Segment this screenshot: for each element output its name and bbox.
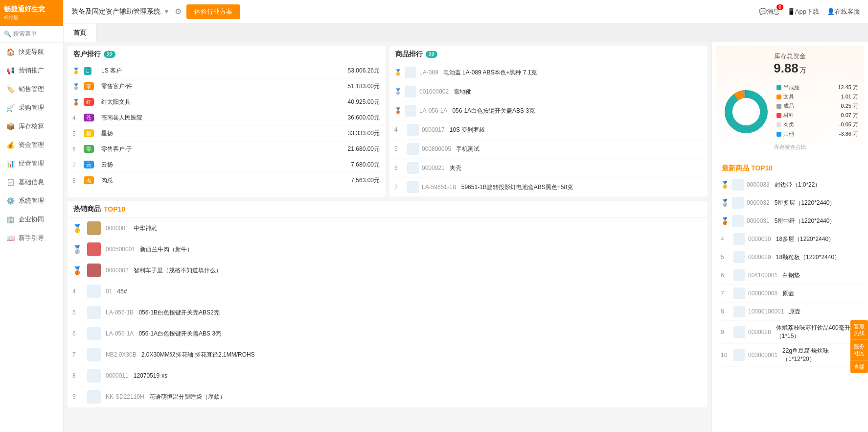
product-code: 0000002 bbox=[106, 267, 129, 274]
sidebar-item-finance[interactable]: 💰 资金管理 bbox=[0, 136, 63, 154]
product-name: 12070519-xs bbox=[134, 372, 703, 379]
settings-icon[interactable]: ⚙ bbox=[175, 7, 182, 16]
customer-ranking-row: 🥇 L LS 客户 53,006.26元 bbox=[68, 63, 386, 79]
sidebar-item-sales[interactable]: 🏷️ 销售管理 bbox=[0, 80, 63, 98]
online-service-label: 在线客服 bbox=[835, 7, 860, 16]
rank-num: 5 bbox=[721, 254, 731, 261]
customer-name: 星扬 bbox=[96, 126, 253, 142]
operations-icon: 📊 bbox=[6, 160, 15, 168]
medal-icon: 🥇 bbox=[721, 181, 729, 189]
logo-sub: 标准版 bbox=[4, 14, 19, 21]
customer-badge: 云 bbox=[84, 161, 94, 168]
finance-icon: 💰 bbox=[6, 141, 15, 149]
middle-col: 客户排行 22 🥇 L LS 客户 53,006.26元 🥈 零 零售客户·许 … bbox=[64, 42, 711, 432]
basic-info-icon: 📋 bbox=[6, 178, 15, 186]
sidebar-item-label: 营销推广 bbox=[19, 66, 44, 75]
float-service-community[interactable]: 服务社区 bbox=[850, 340, 868, 360]
medal-icon: 🥉 bbox=[721, 217, 729, 225]
legend-label: 肉类 bbox=[783, 121, 837, 128]
page-tabs: 首页 bbox=[64, 24, 868, 42]
legend-value: 0.25 万 bbox=[841, 102, 858, 110]
float-direct[interactable]: 直播 bbox=[850, 360, 868, 373]
customer-amount: 53,006.26元 bbox=[253, 63, 386, 79]
newest-product-row: 🥇 0000033 封边带（1.0*22） bbox=[716, 176, 864, 194]
product-code: LA-056-1B bbox=[106, 309, 134, 316]
product-ranking-row: 4 0000017 10S 变刹罗叔 bbox=[389, 120, 708, 140]
newest-product-row: 6 004100001 白钢垫 bbox=[716, 266, 864, 285]
product-thumb-placeholder bbox=[87, 390, 101, 404]
messages-badge: 6 bbox=[777, 4, 783, 10]
rank-num: 4 bbox=[721, 236, 731, 242]
sidebar-item-basic-info[interactable]: 📋 基础信息 bbox=[0, 173, 63, 192]
legend-list: 半成品 12.45 万 文具 1.01 万 成品 0.25 万 材料 0.07 … bbox=[777, 84, 858, 140]
sidebar-item-cooperation[interactable]: 🏢 企业协同 bbox=[0, 210, 63, 229]
rank-num: 6 bbox=[721, 272, 731, 279]
legend-label: 成品 bbox=[783, 102, 839, 110]
sidebar-item-operations[interactable]: 📊 经营管理 bbox=[0, 154, 63, 173]
cooperation-icon: 🏢 bbox=[6, 216, 15, 223]
product-thumb-placeholder bbox=[87, 327, 101, 340]
medal-icon: 🥈 bbox=[394, 88, 402, 95]
legend-label: 材料 bbox=[783, 112, 839, 119]
purchase-icon: 🛒 bbox=[6, 104, 15, 112]
newest-product-row: 8 10000100001 原壶 bbox=[716, 303, 864, 321]
rank-num: 5 bbox=[72, 309, 82, 316]
product-thumb-placeholder bbox=[87, 306, 101, 319]
hot-product-row: 🥈 000500001 新西兰牛肉（新牛） bbox=[68, 239, 708, 260]
product-name: 新西兰牛肉（新牛） bbox=[140, 245, 703, 254]
sidebar-nav: 🏠 快捷导航 📢 营销推广 🏷️ 销售管理 🛒 采购管理 📦 库存核算 💰 资金… bbox=[0, 43, 63, 432]
online-service-btn[interactable]: 👤 在线客服 bbox=[827, 7, 860, 16]
sidebar-item-marketing[interactable]: 📢 营销推广 bbox=[0, 61, 63, 80]
customer-amount: 33,333.00元 bbox=[253, 126, 386, 142]
customer-amount: 21,680.00元 bbox=[253, 142, 386, 157]
sidebar-item-system[interactable]: ⚙️ 系统管理 bbox=[0, 192, 63, 210]
phone-icon: 📱 bbox=[787, 8, 795, 15]
product-name: 2.0X30MM双搓花轴,搓花直径2.1MM/ROHS bbox=[141, 351, 703, 359]
newest-suffix: TOP10 bbox=[751, 164, 773, 172]
messages-btn[interactable]: 💬 消息 6 bbox=[759, 7, 779, 16]
product-code: 000800005 bbox=[422, 145, 451, 152]
dropdown-icon[interactable]: ▼ bbox=[163, 8, 170, 15]
rank-num: 7 bbox=[72, 162, 76, 168]
inventory-section: 库存总资金 9.88 万 bbox=[716, 46, 864, 155]
product-ranking-title: 商品排行 bbox=[395, 50, 423, 59]
app-download-btn[interactable]: 📱 App下载 bbox=[787, 7, 819, 16]
trial-btn[interactable]: 体验行业方案 bbox=[186, 4, 240, 19]
tab-home[interactable]: 首页 bbox=[64, 24, 96, 42]
product-name: 45# bbox=[117, 288, 703, 295]
product-code: 000800008 bbox=[748, 290, 777, 297]
hot-products-header: 热销商品 TOP10 bbox=[68, 201, 708, 218]
header-title-area: 装备及固定资产辅助管理系统 ▼ ⚙ 体验行业方案 bbox=[71, 4, 759, 19]
content-area: 客户排行 22 🥇 L LS 客户 53,006.26元 🥈 零 零售客户·许 … bbox=[64, 42, 868, 432]
sidebar-item-purchase[interactable]: 🛒 采购管理 bbox=[0, 98, 63, 117]
rank-num: 5 bbox=[394, 145, 404, 152]
product-code: LA-056-1A bbox=[419, 107, 447, 114]
search-menu-label: 搜索菜单 bbox=[13, 30, 37, 38]
customer-badge: 苍 bbox=[84, 114, 94, 121]
float-customer-service[interactable]: 客服热线 bbox=[850, 320, 868, 340]
product-name: 10S 变刹罗叔 bbox=[450, 126, 703, 134]
customer-badge: L bbox=[84, 67, 91, 75]
message-icon: 💬 bbox=[759, 8, 767, 15]
legend-color-dot bbox=[777, 95, 781, 99]
product-name: 中华神雕 bbox=[134, 224, 703, 233]
product-thumb bbox=[733, 326, 745, 338]
medal-icon: 🥉 bbox=[72, 266, 82, 275]
header-right: 💬 消息 6 📱 App下载 👤 在线客服 bbox=[759, 7, 860, 16]
product-code: 0000011 bbox=[106, 372, 129, 379]
search-menu-area[interactable]: 🔍 搜索菜单 bbox=[0, 26, 63, 43]
customer-ranking-badge: 22 bbox=[104, 51, 115, 58]
sidebar-item-label: 采购管理 bbox=[19, 103, 44, 112]
sidebar-item-guide[interactable]: 📖 新手引导 bbox=[0, 229, 63, 247]
customer-amount: 40,925.00元 bbox=[253, 95, 386, 110]
sidebar-item-quick-nav[interactable]: 🏠 快捷导航 bbox=[0, 43, 63, 61]
newest-product-row: 4 0000030 18多层（1220*2440） bbox=[716, 230, 864, 248]
logo-area: 畅捷通好生意 标准版 bbox=[0, 0, 63, 26]
medal-icon: 🥇 bbox=[394, 69, 402, 76]
customer-ranking-table: 🥇 L LS 客户 53,006.26元 🥈 零 零售客户·许 51,183.0… bbox=[68, 63, 386, 188]
product-code: 000500001 bbox=[106, 246, 135, 253]
customer-name: 零售客户·于 bbox=[96, 142, 253, 157]
sidebar-item-inventory[interactable]: 📦 库存核算 bbox=[0, 117, 63, 136]
sidebar-item-label: 新手引导 bbox=[19, 234, 44, 242]
product-code: 10000100001 bbox=[748, 308, 784, 315]
